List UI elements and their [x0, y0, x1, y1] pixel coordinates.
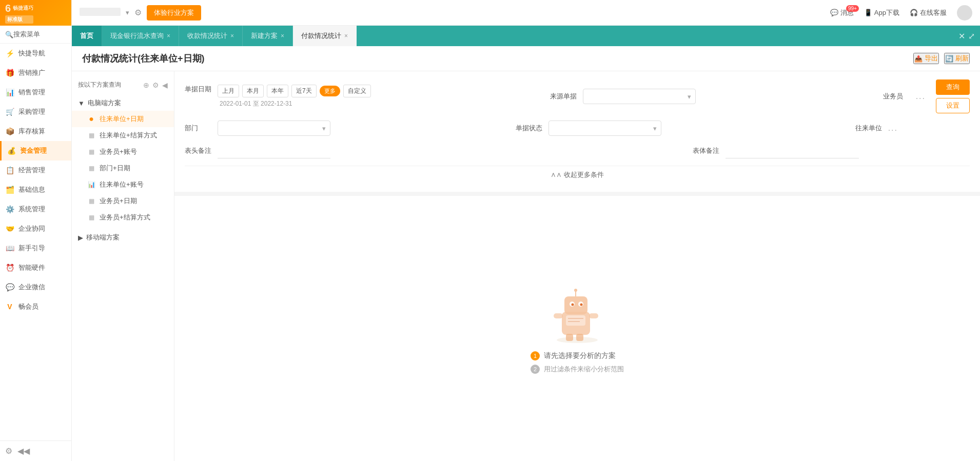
- sidebar-item-system[interactable]: ⚙️ 系统管理: [0, 199, 71, 219]
- online-service-btn[interactable]: 🎧 在线客服: [910, 8, 947, 17]
- step-2-text: 用过滤条件来缩小分析范围: [544, 365, 624, 374]
- sidebar-item-sales[interactable]: 📊 销售管理: [0, 83, 71, 102]
- source-label: 来源单据: [550, 92, 579, 101]
- header-note-input[interactable]: [218, 143, 330, 158]
- collapse-conditions-btn[interactable]: ∧∧ 收起更多条件: [185, 166, 970, 184]
- sidebar-item-operation[interactable]: 📋 经营管理: [0, 161, 71, 180]
- collapse-sidebar-icon[interactable]: ◀◀: [17, 446, 30, 456]
- scheme-item-partner-date[interactable]: ● 往来单位+日期: [72, 111, 174, 127]
- tabbar: 首页 现金银行流水查询 × 收款情况统计 × 新建方案 × 付款情况统计 × ✕…: [72, 26, 980, 46]
- date-btn-custom[interactable]: 自定义: [343, 85, 371, 97]
- page-header: 付款情况统计(往来单位+日期) 📤 导出 🔄 刷新: [72, 46, 980, 71]
- settings-bottom-icon[interactable]: ⚙: [5, 446, 12, 456]
- status-label: 单据状态: [516, 124, 544, 133]
- group-mobile-arrow-icon: ▶: [78, 234, 83, 242]
- tab-new-scheme[interactable]: 新建方案 ×: [243, 26, 293, 46]
- tab-payment-stats[interactable]: 付款情况统计 ×: [293, 26, 357, 46]
- sidebar-item-search-menu[interactable]: 🔍 搜索菜单: [0, 26, 71, 44]
- sidebar-item-marketing[interactable]: 🎁 营销推广: [0, 63, 71, 83]
- scheme-chart-icon: 📊: [87, 181, 95, 189]
- enterprise-icon: 🤝: [5, 224, 14, 233]
- body-note-label: 表体备注: [693, 146, 721, 155]
- date-btn-this-year[interactable]: 本年: [267, 85, 288, 97]
- sidebar-item-member[interactable]: V 畅会员: [0, 297, 71, 316]
- scheme-settings-icon[interactable]: ⚙: [152, 81, 159, 89]
- setting-btn[interactable]: 设置: [936, 98, 970, 113]
- page-actions: 📤 导出 🔄 刷新: [913, 53, 970, 64]
- export-btn[interactable]: 📤 导出: [913, 53, 939, 64]
- scheme-item-salesman-settlement[interactable]: ▦ 业务员+结算方式: [72, 209, 174, 226]
- user-avatar[interactable]: [957, 5, 972, 21]
- tab-receipt-stats[interactable]: 收款情况统计 ×: [179, 26, 243, 46]
- empty-step-2: 2 用过滤条件来缩小分析范围: [531, 365, 624, 374]
- empty-steps: 1 请先选择要分析的方案 2 用过滤条件来缩小分析范围: [531, 351, 624, 374]
- tab-home[interactable]: 首页: [72, 26, 102, 46]
- sidebar-item-quick-nav[interactable]: ⚡ 快捷导航: [0, 44, 71, 63]
- tab-expand-icon[interactable]: ⤢: [968, 31, 975, 41]
- date-btn-this-month[interactable]: 本月: [242, 85, 264, 97]
- group-arrow-icon: ▼: [78, 99, 85, 107]
- sidebar-item-purchase[interactable]: 🛒 采购管理: [0, 102, 71, 122]
- sidebar-item-guide[interactable]: 📖 新手引导: [0, 238, 71, 258]
- counterpart-filter-group: 往来单位 ...: [855, 124, 898, 133]
- tab-close-window-icon[interactable]: ✕: [958, 31, 965, 41]
- tab-window-actions: ✕ ⤢: [953, 31, 980, 41]
- scheme-grid-icon-4: ▦: [87, 197, 95, 205]
- topbar-gear-icon[interactable]: ⚙: [134, 8, 142, 17]
- main-area: ▾ ⚙ 体验行业方案 💬 消息 99+ 📱 App下载 🎧 在线客服 首页: [72, 0, 980, 461]
- date-btn-7days[interactable]: 近7天: [291, 85, 317, 97]
- content-area: 付款情况统计(往来单位+日期) 📤 导出 🔄 刷新 按以下方案查询 ⊕: [72, 46, 980, 461]
- scheme-group-desktop-header[interactable]: ▼ 电脑端方案: [72, 95, 174, 111]
- app-download-btn[interactable]: 📱 App下载: [864, 8, 899, 17]
- system-icon: ⚙️: [5, 205, 14, 214]
- scheme-item-salesman-account[interactable]: ▦ 业务员+账号: [72, 144, 174, 160]
- message-icon: 💬: [830, 9, 838, 16]
- sidebar-item-enterprise[interactable]: 🤝 企业协同: [0, 219, 71, 238]
- body-note-input[interactable]: [726, 143, 859, 158]
- refresh-btn[interactable]: 🔄 刷新: [944, 53, 970, 64]
- scheme-item-dept-date[interactable]: ▦ 部门+日期: [72, 160, 174, 176]
- svg-rect-10: [589, 313, 598, 318]
- topbar-dropdown-arrow[interactable]: ▾: [126, 9, 129, 16]
- sidebar-item-inventory[interactable]: 📦 库存核算: [0, 122, 71, 141]
- sidebar-item-finance[interactable]: 💰 资金管理: [0, 141, 71, 161]
- empty-step-1: 1 请先选择要分析的方案: [531, 351, 624, 360]
- sidebar-item-base-info[interactable]: 🗂️ 基础信息: [0, 180, 71, 199]
- date-btn-last-month[interactable]: 上月: [218, 85, 239, 97]
- scheme-group-mobile-header[interactable]: ▶ 移动端方案: [72, 230, 174, 245]
- scheme-item-salesman-date[interactable]: ▦ 业务员+日期: [72, 193, 174, 209]
- tab-close-new-scheme[interactable]: ×: [281, 32, 284, 39]
- source-select[interactable]: ▾: [583, 89, 696, 104]
- trial-btn[interactable]: 体验行业方案: [147, 5, 201, 21]
- status-select[interactable]: ▾: [548, 121, 661, 136]
- scheme-add-icon[interactable]: ⊕: [143, 81, 149, 89]
- date-btn-more[interactable]: 更多: [320, 86, 340, 96]
- svg-point-6: [580, 303, 583, 306]
- tab-bank-flow[interactable]: 现金银行流水查询 ×: [102, 26, 179, 46]
- sales-icon: 📊: [5, 88, 14, 97]
- smart-hw-icon: ⏰: [5, 263, 14, 272]
- filter-row-1: 单据日期 上月 本月 本年 近7天 更多 自定义: [185, 79, 970, 113]
- inventory-icon: 📦: [5, 127, 14, 136]
- step-1-num: 1: [531, 351, 540, 360]
- tab-close-bank-flow[interactable]: ×: [167, 32, 170, 39]
- filter-area: 单据日期 上月 本月 本年 近7天 更多 自定义: [174, 71, 980, 192]
- dept-select[interactable]: ▾: [218, 121, 330, 136]
- enterprise-wx-icon: 💬: [5, 283, 14, 292]
- date-filter-group: 单据日期 上月 本月 本年 近7天 更多 自定义: [185, 85, 371, 108]
- sidebar-item-smart-hw[interactable]: ⏰ 智能硬件: [0, 258, 71, 277]
- member-icon: V: [5, 302, 14, 311]
- tab-close-receipt-stats[interactable]: ×: [230, 32, 234, 39]
- query-btn[interactable]: 查询: [936, 79, 970, 95]
- date-label: 单据日期: [185, 85, 213, 94]
- sidebar: 6 畅捷通巧 标准版 🔍 搜索菜单 ⚡ 快捷导航 🎁 营销推广 📊 销售管理 🛒…: [0, 0, 72, 461]
- messages-btn[interactable]: 💬 消息 99+: [830, 8, 854, 17]
- header-note-label: 表头备注: [185, 146, 213, 155]
- sidebar-item-enterprise-wx[interactable]: 💬 企业微信: [0, 277, 71, 297]
- tab-close-payment-stats[interactable]: ×: [344, 32, 348, 39]
- scheme-item-partner-account[interactable]: 📊 往来单位+账号: [72, 176, 174, 193]
- scheme-item-partner-settlement[interactable]: ▦ 往来单位+结算方式: [72, 127, 174, 144]
- scheme-collapse-icon[interactable]: ◀: [162, 81, 168, 89]
- step-2-num: 2: [531, 365, 540, 374]
- logo-name: 畅捷通巧: [13, 5, 33, 12]
